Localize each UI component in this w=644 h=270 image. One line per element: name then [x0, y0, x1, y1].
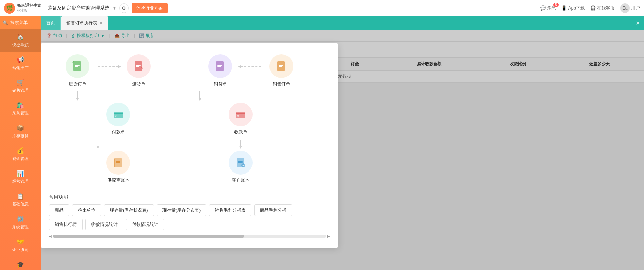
func-btn-product[interactable]: 商品: [49, 204, 69, 216]
func-btn-product-gross[interactable]: 商品毛利分析: [254, 204, 292, 216]
logo-icon: 🌿: [4, 3, 15, 14]
customer-ledger-circle[interactable]: [229, 151, 253, 175]
sidebar-item-system[interactable]: ⚙️ 系统管理: [0, 211, 41, 234]
arrow-v-sales: [199, 90, 200, 100]
arrow-v-payment: [98, 138, 98, 148]
svg-rect-29: [238, 160, 243, 160]
flow-node-sales-bill[interactable]: 销货单: [200, 54, 241, 87]
purchase-order-circle[interactable]: [66, 54, 89, 78]
arrow-down-payment: [57, 138, 139, 148]
arrow-h-line: [98, 66, 118, 67]
tab-close-icon[interactable]: ✕: [99, 21, 103, 25]
enterprise-icon: 🤝: [17, 238, 24, 246]
func-btn-stock-dist[interactable]: 现存量(库存分布表): [157, 204, 207, 216]
svg-point-33: [241, 163, 245, 167]
purchase-bill-circle[interactable]: [127, 54, 151, 78]
sales-order-circle[interactable]: [269, 54, 293, 78]
tab-home[interactable]: 首页: [41, 16, 61, 30]
payment-circle[interactable]: ¥: [106, 103, 130, 126]
arrow-v-purchase: [77, 90, 78, 100]
svg-rect-30: [238, 161, 243, 162]
func-btn-partner[interactable]: 往来单位: [72, 204, 101, 216]
scrollbar-thumb: [53, 235, 244, 238]
flow-node-purchase-bill[interactable]: 进货单: [118, 54, 159, 87]
sidebar-item-inventory[interactable]: 📦 库存核算: [0, 120, 41, 143]
sidebar-item-newbie[interactable]: 🎓 新手引导: [0, 257, 41, 270]
sales-bill-circle[interactable]: [208, 54, 232, 78]
arrow-h-line-rev: [241, 66, 261, 67]
system-title-area: 装备及固定资产辅助管理系统 ▼ ⚙ 体验行业方案: [48, 3, 540, 13]
svg-rect-2: [75, 65, 80, 66]
download-icon: 📱: [561, 5, 567, 11]
svg-rect-1: [75, 64, 80, 64]
sidebar-item-purchase[interactable]: 🛍️ 采购管理: [0, 97, 41, 120]
flow-node-customer-ledger[interactable]: 客户账本: [220, 151, 261, 183]
sidebar-search[interactable]: 🔍 搜索菜单: [0, 16, 41, 29]
flow-node-receipt[interactable]: ¥ 收款单: [220, 103, 261, 135]
sidebar-item-label: 经营管理: [12, 179, 29, 184]
func-btn-payment-stats[interactable]: 付款情况统计: [126, 219, 164, 230]
func-buttons-row-2: 销售排行榜 收款情况统计 付款情况统计: [49, 219, 330, 230]
svg-rect-24: [116, 161, 120, 162]
supplier-ledger-circle[interactable]: [106, 151, 130, 175]
receipt-label: 收款单: [234, 129, 247, 135]
flow-node-payment[interactable]: ¥ 付款单: [98, 103, 139, 135]
dropdown-icon[interactable]: ▼: [112, 5, 117, 11]
svg-rect-5: [136, 64, 141, 64]
online-service-label: 在线客服: [597, 5, 615, 11]
func-btn-sales-gross[interactable]: 销售毛利分析表: [209, 204, 251, 216]
receipt-circle[interactable]: ¥: [229, 103, 253, 126]
logo-text-block: 畅康通好生意 标准版: [17, 3, 41, 13]
content-area: ❓ 帮助 | 🖨 按模板打印 ▼ | 📤 导出 | 🔄 刷新: [41, 30, 644, 270]
arrow-down-receipt: [220, 138, 261, 148]
scrollbar-track[interactable]: [53, 235, 326, 238]
sidebar-item-operations[interactable]: 📊 经营管理: [0, 166, 41, 188]
sidebar-item-basic[interactable]: 📋 基础信息: [0, 188, 41, 211]
payment-label: 付款单: [112, 129, 125, 135]
tab-bar-close-button[interactable]: ✕: [636, 20, 640, 26]
online-service-button[interactable]: 🎧 在线客服: [590, 5, 615, 11]
flow-node-supplier-ledger[interactable]: 供应商账本: [98, 151, 139, 183]
svg-rect-6: [136, 65, 141, 66]
basic-icon: 📋: [17, 193, 24, 200]
marketing-icon: 📢: [17, 56, 24, 64]
func-btn-stock-status[interactable]: 现存量(库存状况表): [104, 204, 154, 216]
scroll-right-button[interactable]: ▶: [327, 234, 330, 238]
sidebar-item-label: 快捷导航: [12, 42, 29, 48]
settings-gear-button[interactable]: ⚙: [119, 3, 129, 13]
avatar: Ea: [620, 3, 630, 13]
func-btn-sales-rank[interactable]: 销售排行榜: [49, 219, 83, 230]
flow-node-purchase-order[interactable]: 进货订单: [57, 54, 98, 87]
message-button[interactable]: 💬 消息 5: [540, 5, 556, 11]
operations-icon: 📊: [17, 170, 24, 177]
scroll-left-button[interactable]: ◀: [49, 234, 52, 238]
purchase-order-label: 进货订单: [69, 81, 86, 87]
sidebar-item-enterprise[interactable]: 🤝 企业协同: [0, 234, 41, 257]
spacer4: [139, 90, 179, 100]
app-download-button[interactable]: 📱 App下载: [561, 5, 585, 11]
experience-button[interactable]: 体验行业方案: [132, 3, 168, 13]
flow-node-sales-order[interactable]: 销售订单: [261, 54, 302, 87]
sidebar-item-marketing[interactable]: 📢 营销推广: [0, 52, 41, 75]
sidebar-item-quick-nav[interactable]: 🏠 快捷导航: [0, 29, 41, 52]
svg-rect-27: [114, 159, 115, 167]
logo-name: 畅康通好生意: [17, 3, 41, 8]
sidebar-item-finance[interactable]: 💰 资金管理: [0, 143, 41, 166]
tab-sales-order[interactable]: 销售订单执行表 ✕: [61, 16, 108, 30]
arrow-1: [98, 66, 118, 75]
sidebar-item-label: 基础信息: [12, 201, 29, 207]
purchase-icon: 🛍️: [17, 102, 24, 109]
svg-rect-10: [217, 65, 222, 66]
user-menu-button[interactable]: Ea 用户: [620, 3, 640, 13]
svg-rect-3: [75, 66, 78, 67]
sidebar-item-sales[interactable]: 🛒 销售管理: [0, 75, 41, 97]
sidebar: 🔍 搜索菜单 🏠 快捷导航 📢 营销推广 🛒 销售管理 🛍️ 采购管理 📦 库存…: [0, 16, 41, 270]
svg-rect-32: [238, 164, 241, 164]
svg-rect-31: [238, 162, 243, 163]
app-body: 🔍 搜索菜单 🏠 快捷导航 📢 营销推广 🛒 销售管理 🛍️ 采购管理 📦 库存…: [0, 16, 644, 270]
arrow-v-line: [77, 91, 78, 98]
func-btn-receipt-stats[interactable]: 收款情况统计: [85, 219, 123, 230]
flow-row-3: 供应商账本: [49, 148, 330, 186]
system-title: 装备及固定资产辅助管理系统: [48, 5, 109, 11]
arrow-down-sales: [179, 90, 220, 100]
